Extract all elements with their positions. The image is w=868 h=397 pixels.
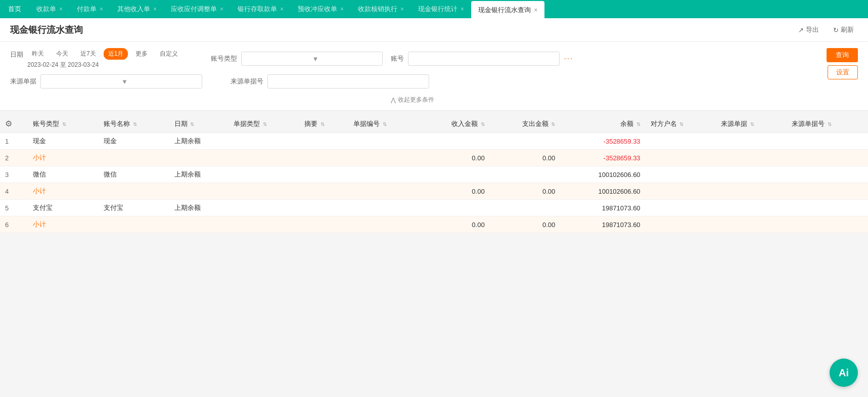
table-row[interactable]: 1 现金 现金 上期余额 -3528659.33 — [0, 133, 868, 150]
filter-main: 日期 昨天 今天 近7天 近1月 更多 自定义 2023-02-24 至 202… — [10, 48, 814, 106]
col-doc-no[interactable]: 单据编号 ⇅ — [348, 115, 419, 133]
refresh-icon: ↻ — [833, 26, 839, 34]
settings-button[interactable]: 设置 — [828, 65, 858, 79]
cell-summary — [299, 200, 348, 216]
cell-account-name — [99, 150, 169, 166]
cell-summary — [299, 150, 348, 166]
cell-summary — [299, 183, 348, 200]
table-row[interactable]: 6 小计 0.00 0.00 19871073.60 — [0, 216, 868, 233]
date-btn-more[interactable]: 更多 — [131, 48, 152, 60]
col-account-type[interactable]: 账号类型 ⇅ — [28, 115, 99, 133]
refresh-button[interactable]: ↻ 刷新 — [829, 23, 858, 36]
close-tab-5[interactable]: × — [340, 6, 344, 13]
table-row[interactable]: 4 小计 0.00 0.00 100102606.60 — [0, 183, 868, 200]
cell-no: 6 — [0, 216, 28, 233]
nav-tab-qitashouru[interactable]: 其他收入单 × — [110, 0, 164, 18]
cell-source-doc-no — [787, 150, 868, 166]
nav-home[interactable]: 首页 — [0, 0, 29, 18]
account-no-input[interactable] — [413, 55, 555, 63]
sort-icon-5: ⇅ — [321, 121, 325, 127]
date-btn-7days[interactable]: 近7天 — [76, 48, 101, 60]
col-date[interactable]: 日期 ⇅ — [169, 115, 229, 133]
source-doc-group: 来源单据 ▼ — [10, 74, 202, 89]
sort-icon-2: ⇅ — [133, 121, 137, 127]
cell-income: 0.00 — [419, 216, 490, 233]
cell-date — [169, 183, 229, 200]
nav-tab-tiaozheng[interactable]: 应收应付调整单 × — [164, 0, 231, 18]
date-btn-yesterday[interactable]: 昨天 — [27, 48, 49, 60]
close-tab-4[interactable]: × — [280, 6, 284, 13]
cell-counterparty — [646, 166, 716, 183]
source-doc-no-label: 来源单据号 — [231, 77, 263, 86]
sort-icon-11: ⇅ — [750, 121, 754, 127]
cell-expense — [490, 200, 561, 216]
col-gear[interactable]: ⚙ — [0, 115, 28, 133]
cell-account-name — [99, 216, 169, 233]
account-type-dropdown[interactable]: ▼ — [241, 52, 383, 66]
close-tab-1[interactable]: × — [100, 6, 103, 13]
close-tab-2[interactable]: × — [153, 6, 157, 13]
account-type-chevron: ▼ — [312, 55, 378, 63]
sort-icon-6: ⇅ — [383, 121, 387, 127]
cell-expense: 0.00 — [490, 150, 561, 166]
table-row[interactable]: 5 支付宝 支付宝 上期余额 19871073.60 — [0, 200, 868, 216]
close-tab-8[interactable]: × — [534, 7, 537, 14]
account-no-input-wrap[interactable] — [408, 52, 560, 66]
table-row[interactable]: 3 微信 微信 上期余额 100102606.60 — [0, 166, 868, 183]
close-tab-7[interactable]: × — [461, 6, 464, 13]
query-button[interactable]: 查询 — [827, 48, 858, 62]
filter-area: 日期 昨天 今天 近7天 近1月 更多 自定义 2023-02-24 至 202… — [0, 42, 868, 111]
table-container: ⚙ 账号类型 ⇅ 账号名称 ⇅ 日期 ⇅ 单据类型 ⇅ — [0, 115, 868, 233]
cell-balance: 100102606.60 — [560, 183, 645, 200]
source-doc-no-input[interactable] — [272, 78, 425, 85]
col-counterparty[interactable]: 对方户名 ⇅ — [646, 115, 716, 133]
cell-doc-type — [229, 183, 299, 200]
export-button[interactable]: ↗ 导出 — [794, 23, 823, 36]
nav-tab-liushui[interactable]: 现金银行流水查询 × — [471, 1, 544, 18]
cell-account-name: 微信 — [99, 166, 169, 183]
nav-tab-xianjinyinhangtongji[interactable]: 现金银行统计 × — [411, 0, 471, 18]
cell-counterparty — [646, 216, 716, 233]
cell-income — [419, 200, 490, 216]
sort-icon-9: ⇅ — [636, 121, 641, 127]
col-source-doc-no[interactable]: 来源单据号 ⇅ — [787, 115, 868, 133]
cell-counterparty — [646, 150, 716, 166]
date-btn-today[interactable]: 今天 — [52, 48, 73, 60]
source-doc-dropdown[interactable]: ▼ — [40, 74, 202, 89]
date-label: 日期 — [10, 50, 23, 59]
source-doc-no-input-wrap[interactable] — [267, 74, 429, 89]
nav-tab-yinhangcunkuan[interactable]: 银行存取款单 × — [231, 0, 291, 18]
gear-icon[interactable]: ⚙ — [5, 119, 12, 128]
nav-tab-shoukuanhexiao[interactable]: 收款核销执行 × — [351, 0, 411, 18]
sort-icon-12: ⇅ — [828, 121, 832, 127]
table-header: ⚙ 账号类型 ⇅ 账号名称 ⇅ 日期 ⇅ 单据类型 ⇅ — [0, 115, 868, 133]
date-btn-1month[interactable]: 近1月 — [104, 48, 128, 60]
nav-tab-yushouzhongying[interactable]: 预收冲应收单 × — [291, 0, 351, 18]
cell-balance: 19871073.60 — [560, 216, 645, 233]
col-balance[interactable]: 余额 ⇅ — [560, 115, 645, 133]
col-source-doc[interactable]: 来源单据 ⇅ — [716, 115, 787, 133]
col-summary[interactable]: 摘要 ⇅ — [299, 115, 348, 133]
col-account-name[interactable]: 账号名称 ⇅ — [99, 115, 169, 133]
col-expense[interactable]: 支出金额 ⇅ — [490, 115, 561, 133]
cell-no: 1 — [0, 133, 28, 150]
nav-tab-shoukuan[interactable]: 收款单 × — [29, 0, 70, 18]
account-no-dots[interactable]: ··· — [564, 54, 573, 63]
date-filter-group: 日期 昨天 今天 近7天 近1月 更多 自定义 2023-02-24 至 202… — [10, 48, 182, 69]
cell-counterparty — [646, 200, 716, 216]
filter-row-2: 来源单据 ▼ 来源单据号 — [10, 74, 814, 89]
sort-icon-8: ⇅ — [551, 121, 555, 127]
cell-summary — [299, 166, 348, 183]
col-income[interactable]: 收入金额 ⇅ — [419, 115, 490, 133]
cell-expense: 0.00 — [490, 216, 561, 233]
close-tab-0[interactable]: × — [59, 6, 63, 13]
col-doc-type[interactable]: 单据类型 ⇅ — [229, 115, 299, 133]
collapse-btn[interactable]: ⋀ 收起更多条件 — [10, 94, 814, 106]
date-btn-custom[interactable]: 自定义 — [155, 48, 182, 60]
cell-doc-no — [348, 183, 419, 200]
cell-account-name: 支付宝 — [99, 200, 169, 216]
close-tab-3[interactable]: × — [220, 6, 223, 13]
table-row[interactable]: 2 小计 0.00 0.00 -3528659.33 — [0, 150, 868, 166]
nav-tab-fukuan[interactable]: 付款单 × — [70, 0, 110, 18]
close-tab-6[interactable]: × — [400, 6, 404, 13]
